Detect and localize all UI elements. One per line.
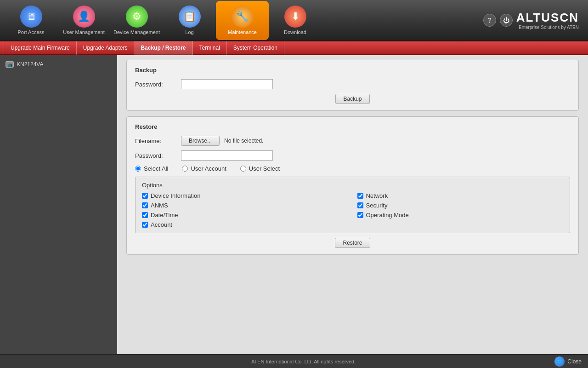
options-grid: Device InformationNetworkANMSSecurityDat… — [142, 192, 563, 228]
radio-input-select-all[interactable] — [135, 166, 141, 172]
restore-password-input[interactable] — [181, 150, 273, 161]
option-security[interactable]: Security — [357, 202, 564, 209]
nav-icon-device-management: ⚙ — [126, 6, 148, 28]
nav-label-user-management: User Management — [63, 29, 105, 35]
help-icon: ? — [488, 17, 492, 24]
help-icon-btn[interactable]: ? — [483, 14, 496, 27]
logo-sub: Enterprise Solutions by ATEN — [519, 25, 579, 30]
logo-main: ALTUSCN — [516, 11, 579, 25]
options-title: Options — [142, 182, 563, 189]
nav-label-port-access: Port Access — [17, 29, 44, 35]
nav-icons: 🖥 Port Access 👤 User Management ⚙ Device… — [5, 1, 322, 40]
backup-section: Backup Password: Backup — [126, 60, 579, 111]
nav-icon-log: 📋 — [179, 6, 201, 28]
radio-user-account[interactable]: User Account — [182, 165, 226, 172]
radio-select-all[interactable]: Select All — [135, 165, 168, 172]
content-area: Backup Password: Backup Restore Filename… — [117, 55, 588, 354]
restore-section: Restore Filename: Browse... No file sele… — [126, 116, 579, 255]
nav-label-maintenance: Maintenance — [228, 29, 257, 35]
restore-radio-row: Select AllUser AccountUser Select — [135, 165, 570, 172]
radio-user-select[interactable]: User Select — [240, 165, 280, 172]
power-icon-btn[interactable]: ⏻ — [500, 14, 513, 27]
options-box: Options Device InformationNetworkANMSSec… — [135, 177, 570, 233]
nav-label-download: Download — [284, 29, 306, 35]
restore-password-row: Password: — [135, 150, 570, 161]
option-operating-mode[interactable]: Operating Mode — [357, 212, 564, 218]
browse-row: Browse... No file selected. — [181, 136, 263, 146]
option-account[interactable]: Account — [142, 221, 348, 228]
option-device-information[interactable]: Device Information — [142, 192, 348, 199]
option-anms[interactable]: ANMS — [142, 202, 348, 209]
radio-label-user-select: User Select — [249, 165, 280, 172]
restore-filename-row: Filename: Browse... No file selected. — [135, 136, 570, 146]
radio-label-select-all: Select All — [144, 165, 168, 172]
restore-filename-label: Filename: — [135, 138, 176, 144]
sidebar-device-item[interactable]: 📺 KN2124VA — [0, 59, 117, 70]
backup-button[interactable]: Backup — [335, 94, 369, 104]
device-icon: 📺 — [6, 61, 14, 68]
main-layout: 📺 KN2124VA Backup Password: Backup Resto… — [0, 55, 588, 354]
close-label: Close — [567, 358, 582, 365]
nav-item-device-management[interactable]: ⚙ Device Management — [110, 1, 163, 40]
nav-item-user-management[interactable]: 👤 User Management — [57, 1, 110, 40]
sec-nav-backup-restore[interactable]: Backup / Restore — [134, 41, 192, 55]
backup-title: Backup — [135, 67, 570, 74]
close-button[interactable]: 🌐 Close — [554, 356, 582, 367]
nav-item-maintenance[interactable]: 🔧 Maintenance — [216, 1, 269, 40]
topbar: 🖥 Port Access 👤 User Management ⚙ Device… — [0, 0, 588, 41]
logo: ALTUSCN Enterprise Solutions by ATEN — [516, 11, 579, 30]
sidebar-device-label: KN2124VA — [17, 61, 43, 68]
globe-icon: 🌐 — [554, 356, 565, 367]
nav-label-log: Log — [185, 29, 193, 35]
topbar-right: ? ⏻ ALTUSCN Enterprise Solutions by ATEN — [483, 11, 583, 30]
no-file-text: No file selected. — [224, 138, 263, 144]
footer: ATEN International Co. Ltd. All rights r… — [0, 354, 588, 368]
nav-icon-user-management: 👤 — [73, 6, 95, 28]
radio-input-user-select[interactable] — [240, 166, 246, 172]
backup-password-row: Password: — [135, 79, 570, 89]
option-datetime[interactable]: Date/Time — [142, 212, 348, 218]
restore-button-row: Restore — [135, 238, 570, 248]
power-icon: ⏻ — [503, 17, 509, 24]
sec-nav-upgrade-main[interactable]: Upgrade Main Firmware — [4, 41, 77, 55]
nav-icon-download: ⬇ — [284, 6, 306, 28]
radio-label-user-account: User Account — [191, 165, 226, 172]
option-network[interactable]: Network — [357, 192, 564, 199]
browse-button[interactable]: Browse... — [181, 136, 220, 146]
backup-password-label: Password: — [135, 81, 176, 88]
nav-item-log[interactable]: 📋 Log — [163, 1, 216, 40]
sec-nav-upgrade-adapters[interactable]: Upgrade Adapters — [77, 41, 135, 55]
restore-button[interactable]: Restore — [335, 238, 370, 248]
restore-title: Restore — [135, 123, 570, 130]
nav-item-port-access[interactable]: 🖥 Port Access — [5, 1, 57, 40]
nav-label-device-management: Device Management — [113, 29, 160, 35]
backup-button-row: Backup — [135, 94, 570, 104]
footer-copyright: ATEN International Co. Ltd. All rights r… — [52, 359, 554, 364]
radio-input-user-account[interactable] — [182, 166, 188, 172]
sec-nav-terminal[interactable]: Terminal — [193, 41, 227, 55]
nav-item-download[interactable]: ⬇ Download — [269, 1, 322, 40]
nav-icon-port-access: 🖥 — [20, 6, 42, 28]
restore-password-label: Password: — [135, 152, 176, 159]
sidebar: 📺 KN2124VA — [0, 55, 117, 354]
sec-nav-system-operation[interactable]: System Operation — [227, 41, 284, 55]
backup-password-input[interactable] — [181, 79, 273, 89]
nav-icon-maintenance: 🔧 — [232, 6, 254, 28]
secondary-nav: Upgrade Main FirmwareUpgrade AdaptersBac… — [0, 41, 588, 55]
